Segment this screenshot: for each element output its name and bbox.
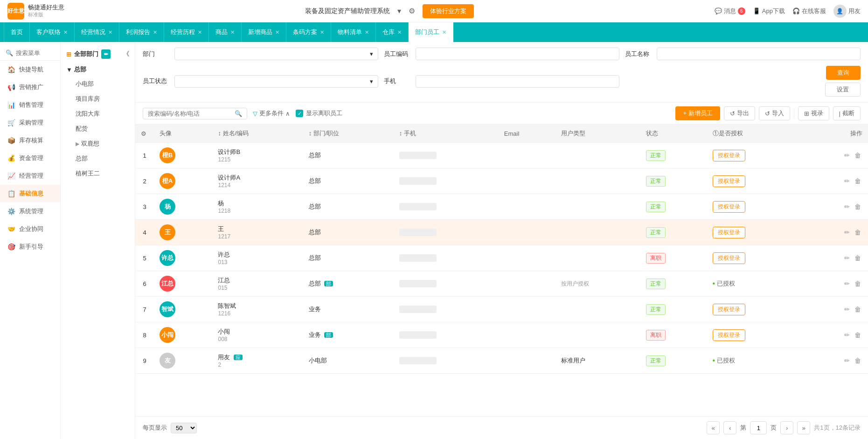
auth-login-btn[interactable]: 授权登录: [713, 304, 745, 315]
prev-page-btn[interactable]: ‹: [723, 421, 736, 434]
next-page-btn[interactable]: ›: [780, 421, 793, 434]
delete-btn[interactable]: 🗑: [854, 152, 861, 159]
delete-btn[interactable]: 🗑: [854, 254, 861, 262]
sidebar-item-purchase[interactable]: 🛒 采购管理: [0, 114, 60, 132]
close-icon[interactable]: ✕: [153, 29, 157, 35]
filter-name-input[interactable]: [657, 48, 861, 60]
page-size-select[interactable]: 50 20 100: [171, 423, 197, 433]
import-button[interactable]: ↺ 导入: [759, 106, 790, 120]
sidebar-search-input[interactable]: [16, 49, 55, 56]
auth-login-btn[interactable]: 授权登录: [713, 175, 745, 187]
set-button[interactable]: 设置: [825, 83, 861, 97]
sidebar-item-inventory[interactable]: 📦 库存核算: [0, 132, 60, 149]
filter-status-select[interactable]: ▾: [174, 75, 378, 88]
delete-btn[interactable]: 🗑: [854, 203, 861, 210]
first-page-btn[interactable]: «: [707, 421, 720, 434]
delete-btn[interactable]: 🗑: [854, 331, 861, 339]
close-icon[interactable]: ✕: [275, 29, 279, 35]
tab-history[interactable]: 经营历程 ✕: [164, 22, 209, 42]
dept-edit-icon[interactable]: ✏: [101, 49, 111, 59]
edit-btn[interactable]: ✏: [844, 306, 850, 313]
sidebar-item-sales[interactable]: 📊 销售管理: [0, 96, 60, 114]
col-settings[interactable]: ⚙: [135, 125, 154, 143]
sidebar-item-quicknav[interactable]: 🏠 快捷导航: [0, 61, 60, 78]
edit-btn[interactable]: ✏: [844, 203, 850, 210]
user-btn[interactable]: 👤 用友: [833, 5, 861, 18]
close-icon[interactable]: ✕: [63, 29, 68, 35]
messages-btn[interactable]: 💬 消息 6: [715, 7, 745, 15]
tab-customer[interactable]: 客户联络 ✕: [30, 22, 75, 42]
auth-login-btn[interactable]: 授权登录: [713, 252, 745, 264]
tab-profit[interactable]: 利润报告 ✕: [119, 22, 164, 42]
edit-btn[interactable]: ✏: [844, 331, 850, 339]
more-button[interactable]: | 截断: [833, 106, 861, 120]
close-icon[interactable]: ✕: [320, 29, 324, 35]
show-resigned-checkbox[interactable]: ✓: [296, 110, 303, 117]
query-button[interactable]: 查询: [826, 66, 861, 80]
edit-btn[interactable]: ✏: [844, 254, 850, 262]
close-icon[interactable]: ✕: [365, 29, 369, 35]
filter-code-input[interactable]: [416, 48, 619, 60]
tab-home[interactable]: 首页: [4, 22, 30, 42]
sidebar-item-collab[interactable]: 🤝 企业协同: [0, 220, 60, 238]
dept-item-shenyang[interactable]: 沈阳大库: [61, 106, 135, 121]
export-button[interactable]: ↺ 导出: [724, 106, 755, 120]
close-icon[interactable]: ✕: [230, 29, 235, 35]
delete-btn[interactable]: 🗑: [854, 357, 861, 364]
last-page-btn[interactable]: »: [797, 421, 810, 434]
more-filter-btn[interactable]: ▽ 更多条件 ∧: [253, 109, 290, 118]
tab-barcode[interactable]: 条码方案 ✕: [286, 22, 331, 42]
tab-bom[interactable]: 物料清单 ✕: [331, 22, 376, 42]
auth-login-btn[interactable]: 授权登录: [713, 201, 745, 213]
trial-button[interactable]: 体验行业方案: [423, 4, 474, 18]
dept-item-project[interactable]: 项目库房: [61, 91, 135, 106]
dept-group-headquarters[interactable]: ▼ 总部: [61, 63, 135, 77]
sidebar-item-finance[interactable]: 💰 资金管理: [0, 149, 60, 167]
dept-item-peihuo[interactable]: 配货: [61, 121, 135, 136]
auth-login-btn[interactable]: 授权登录: [713, 150, 745, 161]
dept-item-zhishu[interactable]: 植树王二: [61, 166, 135, 181]
dept-collapse-icon[interactable]: 《: [123, 50, 129, 58]
tab-add-goods[interactable]: 新增商品 ✕: [242, 22, 286, 42]
filter-phone-input[interactable]: [416, 75, 619, 88]
delete-btn[interactable]: 🗑: [854, 280, 861, 287]
sidebar-item-marketing[interactable]: 📢 营销推广: [0, 78, 60, 96]
col-phone[interactable]: ↕ 手机: [394, 125, 499, 143]
settings-gear-icon[interactable]: ⚙: [409, 7, 415, 15]
dept-item-zongbu[interactable]: 总部: [61, 151, 135, 166]
sidebar-item-guide[interactable]: 🎯 新手引导: [0, 238, 60, 256]
delete-btn[interactable]: 🗑: [854, 177, 861, 185]
sidebar-item-system[interactable]: ⚙️ 系统管理: [0, 202, 60, 220]
delete-btn[interactable]: 🗑: [854, 229, 861, 236]
system-dropdown-icon[interactable]: ▾: [397, 7, 401, 15]
sidebar-item-basic[interactable]: 📋 基础信息: [0, 185, 60, 202]
online-service-btn[interactable]: 🎧 在线客服: [792, 7, 826, 15]
col-name[interactable]: ↕ 姓名/编码: [212, 125, 303, 143]
close-icon[interactable]: ✕: [442, 29, 446, 35]
dept-item-xiaodian[interactable]: 小电部: [61, 77, 135, 91]
close-icon[interactable]: ✕: [397, 29, 402, 35]
auth-login-btn[interactable]: 授权登录: [713, 227, 745, 238]
edit-btn[interactable]: ✏: [844, 357, 850, 364]
edit-btn[interactable]: ✏: [844, 280, 850, 287]
search-input[interactable]: [148, 110, 232, 117]
edit-btn[interactable]: ✏: [844, 152, 850, 159]
tab-goods[interactable]: 商品 ✕: [209, 22, 242, 42]
tab-warehouse[interactable]: 仓库 ✕: [376, 22, 409, 42]
tab-operations[interactable]: 经营情况 ✕: [75, 22, 119, 42]
auth-login-btn[interactable]: 授权登录: [713, 329, 745, 341]
close-icon[interactable]: ✕: [198, 29, 202, 35]
edit-btn[interactable]: ✏: [844, 229, 850, 236]
dept-item-shuanglu[interactable]: ▶双鹿想: [61, 136, 135, 151]
add-employee-button[interactable]: + 新增员工: [675, 106, 720, 120]
app-download-btn[interactable]: 📱 App下载: [753, 7, 785, 15]
edit-btn[interactable]: ✏: [844, 177, 850, 185]
filter-dept-select[interactable]: ▾: [174, 48, 378, 60]
close-icon[interactable]: ✕: [108, 29, 112, 35]
page-number-input[interactable]: [750, 421, 767, 434]
tab-department[interactable]: 部门员工 ✕: [409, 22, 453, 42]
delete-btn[interactable]: 🗑: [854, 306, 861, 313]
view-button[interactable]: ⊞ 视录: [798, 106, 829, 120]
col-dept[interactable]: ↕ 部门/职位: [303, 125, 394, 143]
sidebar-item-operations[interactable]: 📈 经营管理: [0, 167, 60, 185]
